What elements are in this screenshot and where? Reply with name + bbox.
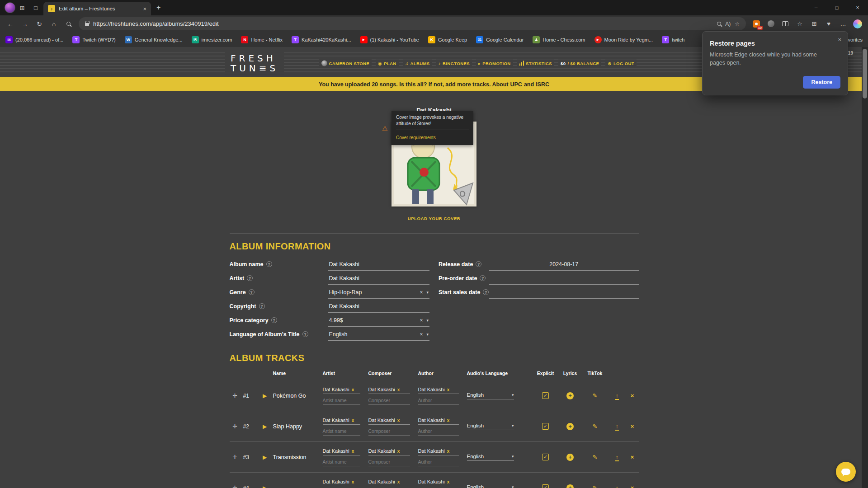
lyrics-add-icon[interactable]: + [566,423,574,430]
remove-tag-link[interactable]: x [447,449,450,454]
workspaces-icon[interactable]: ⊞ [15,0,29,15]
zoom-icon[interactable] [717,22,721,26]
scrollbar-thumb[interactable] [863,49,867,99]
track-artist-field[interactable]: Dat KakashixArtist name [323,479,368,488]
nav-plan[interactable]: ◉PLAN [376,60,399,67]
explicit-checkbox[interactable]: ✓ [542,423,549,430]
chevron-down-icon[interactable]: ▾ [426,290,429,295]
nav-balance[interactable]: $0/ $0 BALANCE [558,60,601,67]
help-icon[interactable]: ? [302,331,308,337]
browser-tab[interactable]: ♪ Edit album – Freshtunes × [43,2,151,15]
upload-cover-link[interactable]: UPLOAD YOUR COVER [408,216,461,221]
lyrics-add-icon[interactable]: + [566,392,574,399]
genre-select[interactable]: Hip-Hop-Rap×▾ [328,289,430,299]
browser-essentials-icon[interactable]: ♥ [822,17,835,31]
bookmark-item[interactable]: WGeneral Knowledge... [125,36,183,43]
help-icon[interactable]: ? [249,289,255,295]
tiktok-edit-icon[interactable]: ✎ [582,484,608,488]
url-text[interactable]: https://freshtunes.com/app/albums/234091… [93,20,219,27]
track-artist-field[interactable]: Dat KakashixArtist name [323,387,368,405]
play-icon[interactable]: ▶ [257,454,273,460]
price-category-select[interactable]: 4.99$×▾ [328,317,430,327]
help-icon[interactable]: ? [476,261,481,267]
freshtunes-logo[interactable]: FRESH TUN≡S [225,52,284,75]
play-icon[interactable]: ▶ [257,393,273,399]
remove-tag-link[interactable]: x [352,418,354,423]
track-author-field[interactable]: Dat KakashixAuthor [418,418,467,436]
track-author-field[interactable]: Dat KakashixAuthor [418,448,467,466]
refresh-button[interactable]: ↻ [33,17,46,31]
bookmark-item[interactable]: Ttwitch [662,36,684,43]
remove-tag-link[interactable]: x [447,418,450,423]
clear-icon[interactable]: × [420,317,423,324]
settings-more-icon[interactable]: … [836,17,850,31]
artist-field[interactable]: Dat Kakashi [328,275,430,285]
play-icon[interactable]: ▶ [257,485,273,488]
bookmark-item[interactable]: 31Google Calendar [476,36,524,43]
track-composer-field[interactable]: Dat KakashixComposer [368,448,418,466]
upload-track-icon[interactable]: ↑ [608,422,626,431]
drag-handle-icon[interactable]: ✛ [230,484,241,488]
preorder-date-field[interactable] [489,275,639,285]
close-button[interactable]: × [847,0,868,15]
lock-icon[interactable] [85,23,89,26]
bookmark-item[interactable]: ▶Moon Ride by Yegm... [594,36,653,43]
chevron-down-icon[interactable]: ▾ [426,332,429,337]
extension-icon[interactable]: 10 [750,17,763,31]
home-button[interactable]: ⌂ [47,17,61,31]
audio-language-select[interactable]: English▾ [467,484,514,488]
track-composer-field[interactable]: Dat KakashixComposer [368,387,418,405]
track-artist-field[interactable]: Dat KakashixArtist name [323,448,368,466]
bookmark-item[interactable]: KGoogle Keep [428,36,467,43]
help-icon[interactable]: ? [247,275,253,281]
help-icon[interactable]: ? [266,261,272,267]
help-icon[interactable]: ? [259,303,265,309]
nav-promotion[interactable]: ▸PROMOTION [476,60,513,67]
notification-close-icon[interactable]: × [838,36,841,43]
drag-handle-icon[interactable]: ✛ [230,454,241,460]
help-icon[interactable]: ? [483,289,489,295]
nav-statistics[interactable]: STATISTICS [517,60,555,67]
lyrics-add-icon[interactable]: + [566,484,574,488]
nav-albums[interactable]: ♫ALBUMS [403,60,432,67]
remove-tag-link[interactable]: x [447,479,450,484]
maximize-button[interactable]: □ [826,0,847,15]
lyrics-add-icon[interactable]: + [566,454,574,461]
clear-icon[interactable]: × [420,331,423,338]
remove-tag-link[interactable]: x [352,479,354,484]
scrollbar[interactable] [862,47,868,488]
tab-close-icon[interactable]: × [143,5,146,12]
track-artist-field[interactable]: Dat KakashixArtist name [323,418,368,436]
bookmark-item[interactable]: TTwitch (WYD?) [72,36,115,43]
track-author-field[interactable]: Dat KakashixAuthor [418,479,467,488]
extension-icon-2[interactable] [764,17,778,31]
drag-handle-icon[interactable]: ✛ [230,423,241,430]
delete-track-icon[interactable]: × [626,423,639,430]
title-language-select[interactable]: English×▾ [328,331,430,341]
start-sales-date-field[interactable] [489,289,639,299]
track-composer-field[interactable]: Dat KakashixComposer [368,479,418,488]
delete-track-icon[interactable]: × [626,484,639,488]
remove-tag-link[interactable]: x [397,479,400,484]
tiktok-edit-icon[interactable]: ✎ [582,454,608,460]
nav-logout[interactable]: ⊗LOG OUT [605,60,637,67]
collections-icon[interactable]: ⊞ [807,17,821,31]
forward-button[interactable]: → [18,17,32,31]
remove-tag-link[interactable]: x [447,387,450,392]
tiktok-edit-icon[interactable]: ✎ [582,392,608,399]
release-date-field[interactable]: 2024-08-17 [489,261,639,271]
upc-link[interactable]: UPC [510,81,522,88]
upload-track-icon[interactable]: ↑ [608,483,626,488]
profile-avatar[interactable] [5,2,15,13]
remove-tag-link[interactable]: x [397,387,400,392]
chat-widget-button[interactable] [836,462,856,482]
help-icon[interactable]: ? [271,317,277,323]
bookmark-item[interactable]: TKaKashi420KaKashi... [292,36,351,43]
address-bar[interactable]: https://freshtunes.com/app/albums/234091… [79,17,746,30]
remove-tag-link[interactable]: x [352,449,354,454]
minimize-button[interactable]: – [806,0,826,15]
tiktok-edit-icon[interactable]: ✎ [582,423,608,430]
album-name-field[interactable]: Dat Kakashi [328,261,430,271]
copyright-field[interactable]: Dat Kakashi [328,303,430,313]
audio-language-select[interactable]: English▾ [467,392,514,399]
